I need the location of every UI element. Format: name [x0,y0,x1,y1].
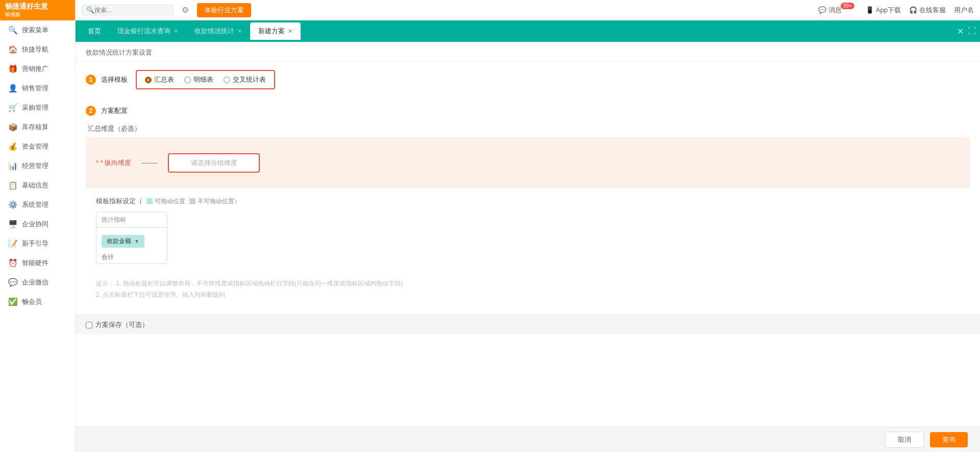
sidebar-item-marketing[interactable]: 🎁 营销推广 [0,59,75,79]
tab-bank-flow[interactable]: 现金银行流水查询 ✕ [109,22,186,40]
app-download-item[interactable]: 📱 App下载 [866,6,901,15]
sidebar-item-member[interactable]: ✅ 畅会员 [0,292,75,312]
main-area: 🔍 ⚙ 体验行业方案 💬 消息 99+ 📱 App下载 🎧 在线客服 用户名 首… [76,0,980,452]
desktop-icon: 🖥️ [8,220,18,229]
sidebar-item-enterprise[interactable]: 🖥️ 企业协同 [0,215,75,234]
metric-tag-amount[interactable]: 收款金额 ▼ [102,235,144,248]
close-icon[interactable]: ✕ [288,28,292,35]
user-info[interactable]: 用户名 [954,6,974,15]
query-button[interactable]: 查询 [930,432,968,447]
sidebar-item-hardware[interactable]: ⏰ 智能硬件 [0,253,75,273]
sidebar: 畅捷通好生意 标准版 🔍 搜索菜单 🏠 快捷导航 🎁 营销推广 👤 销售管理 🛒… [0,0,76,452]
legend-non-draggable-label: 不可拖动位置） [198,197,240,206]
breadcrumb: 收款情况统计方案设置 [76,42,980,62]
metrics-header: 模板指标设定（ 可拖动位置 不可拖动位置） [96,197,960,206]
doc-icon: 📝 [8,239,18,248]
user-icon: 👤 [8,84,18,93]
template-radio-group: 汇总表 明细表 交叉统计表 [136,70,275,89]
page-content: 收款情况统计方案设置 1 选择模板 汇总表 [76,42,980,426]
dim-arrow: —— [141,158,158,168]
metric-tag-label: 收款金额 [107,237,131,246]
save-checkbox[interactable] [86,322,92,328]
radio-cross-input[interactable] [224,77,230,83]
draggable-dot [146,198,153,204]
step1-number: 1 [86,75,96,85]
settings-icon: ⚙️ [8,200,18,209]
clipboard-icon: 📋 [8,181,18,190]
save-checkbox-label[interactable]: 方案保存（可选） [86,320,149,329]
close-icon[interactable]: ✕ [237,28,242,35]
sidebar-item-sales[interactable]: 👤 销售管理 [0,79,75,98]
sidebar-item-quicknav[interactable]: 🏠 快捷导航 [0,40,75,59]
sidebar-item-operations[interactable]: 📊 经营管理 [0,156,75,176]
search-box[interactable]: 🔍 [82,5,174,15]
logo-text: 畅捷通好生意 [5,2,48,11]
sidebar-item-basic-info[interactable]: 📋 基础信息 [0,176,75,195]
sidebar-item-label: 经营管理 [22,161,48,171]
vertical-dim-label: * * 纵向维度 [96,158,131,168]
sidebar-item-label: 系统管理 [22,200,48,209]
group-dimension-select[interactable]: 请选择分组维度 [168,153,260,173]
sidebar-item-label: 企业微信 [22,278,48,287]
sidebar-item-purchase[interactable]: 🛒 采购管理 [0,98,75,117]
sidebar-item-label: 营销推广 [22,64,48,74]
tab-receipt-stats[interactable]: 收款情况统计 ✕ [186,22,250,40]
messages-item[interactable]: 💬 消息 99+ [818,6,857,15]
radio-detail[interactable]: 明细表 [184,75,213,84]
fullscreen-icon[interactable]: ⛶ [968,27,976,36]
topbar: 🔍 ⚙ 体验行业方案 💬 消息 99+ 📱 App下载 🎧 在线客服 用户名 [76,0,980,20]
legend-draggable-label: 可拖动位置 [155,197,185,206]
radio-cross[interactable]: 交叉统计表 [224,75,266,84]
sidebar-item-label: 基础信息 [22,181,48,190]
step1-label: 1 选择模板 汇总表 明细表 [86,70,970,89]
step2-title: 方案配置 [101,106,128,115]
stats-label: 统计指标 [96,212,167,228]
tab-receipt-stats-label: 收款情况统计 [194,27,234,36]
service-icon: 🎧 [909,6,917,14]
tab-home[interactable]: 首页 [80,22,109,40]
close-icon[interactable]: ✕ [174,28,178,35]
sidebar-item-wechat[interactable]: 💬 企业微信 [0,273,75,292]
trial-button[interactable]: 体验行业方案 [197,3,251,17]
footer-save-section: 方案保存（可选） [76,315,980,335]
gift-icon: 🎁 [8,64,18,74]
dimension-area: * * 纵向维度 —— 请选择分组维度 [86,137,970,188]
download-icon: 📱 [866,6,874,14]
cancel-button[interactable]: 取消 [885,432,924,448]
step1-content: 选择模板 汇总表 明细表 [101,70,275,89]
tab-bank-flow-label: 现金银行流水查询 [117,27,170,36]
logo-sub: 标准版 [5,11,48,18]
sidebar-item-label: 销售管理 [22,84,48,93]
sidebar-item-label: 企业协同 [22,220,48,229]
save-label-text: 方案保存（可选） [95,320,149,329]
radio-summary-input[interactable] [145,77,152,83]
metrics-title-text: 模板指标设定（ [96,197,142,206]
online-service-item[interactable]: 🎧 在线客服 [909,6,946,15]
legend-draggable: 可拖动位置 [146,197,185,206]
sidebar-item-search[interactable]: 🔍 搜索菜单 [0,20,75,40]
nav-tabs: 首页 现金银行流水查询 ✕ 收款情况统计 ✕ 新建方案 ✕ ✕ ⛶ [76,20,980,42]
sidebar-item-system[interactable]: ⚙️ 系统管理 [0,195,75,215]
legend-non-draggable: 不可拖动位置） [189,197,240,206]
chevron-down-icon: ▼ [134,239,139,244]
sidebar-item-label: 采购管理 [22,103,48,112]
sidebar-item-label: 库存核算 [22,123,48,132]
breadcrumb-text: 收款情况统计方案设置 [86,49,152,56]
sidebar-item-label: 智能硬件 [22,258,48,268]
tip-1: 提示： 1. 拖动标题栏可以调整布局，不可跨维度或指标区域拖动栏目字段(只能在同… [96,278,960,290]
tab-new-plan[interactable]: 新建方案 ✕ [250,22,301,40]
radio-summary[interactable]: 汇总表 [145,75,174,84]
close-window-icon[interactable]: ✕ [957,27,964,36]
gear-icon[interactable]: ⚙ [182,5,189,15]
bottom-bar: 取消 查询 [76,426,980,452]
tab-home-label: 首页 [88,27,101,36]
sidebar-item-label: 搜索菜单 [22,26,48,35]
sidebar-item-finance[interactable]: 💰 资金管理 [0,137,75,156]
sidebar-item-guide[interactable]: 📝 新手引导 [0,234,75,253]
metric-tag-row: 收款金额 ▼ [96,232,167,251]
radio-detail-input[interactable] [184,77,191,83]
search-input[interactable] [94,7,166,14]
money-icon: 💰 [8,142,18,151]
radio-detail-label: 明细表 [193,75,213,84]
sidebar-item-inventory[interactable]: 📦 库存核算 [0,117,75,137]
